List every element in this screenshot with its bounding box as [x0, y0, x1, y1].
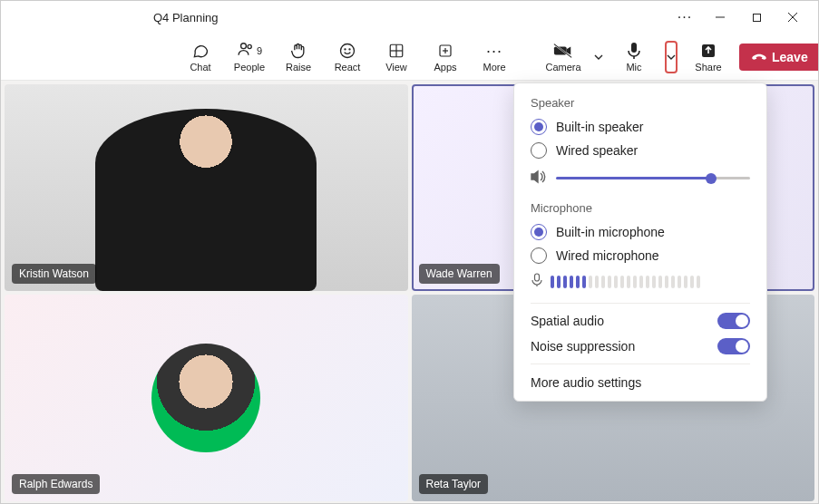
mic-level-bar [646, 276, 649, 288]
react-label: React [335, 62, 361, 73]
leave-phone-icon [752, 50, 766, 64]
spatial-audio-toggle-row: Spatial audio [531, 313, 750, 329]
raise-hand-icon [289, 41, 307, 61]
more-button[interactable]: ··· More [476, 41, 512, 73]
divider [531, 363, 750, 364]
radio-unchecked-icon [531, 247, 547, 264]
svg-rect-1 [753, 14, 760, 21]
mic-level-bar [690, 276, 694, 288]
mic-level-bar [589, 276, 592, 288]
camera-label: Camera [545, 62, 580, 73]
maximize-button[interactable] [738, 5, 775, 30]
svg-point-8 [349, 49, 350, 50]
camera-button[interactable]: Camera [545, 41, 581, 73]
apps-icon [437, 41, 453, 61]
svg-rect-20 [535, 274, 540, 281]
people-label: People [234, 62, 265, 73]
speaker-volume-icon [531, 170, 547, 187]
react-button[interactable]: React [329, 41, 366, 73]
close-button[interactable] [775, 5, 811, 30]
react-icon [338, 41, 356, 61]
mic-level-bar [684, 276, 687, 288]
minimize-button[interactable] [702, 5, 738, 30]
mic-option-builtin[interactable]: Built-in microphone [531, 224, 750, 240]
mic-level-bar [595, 276, 599, 288]
mic-level-bar [576, 276, 580, 288]
more-audio-settings-link[interactable]: More audio settings [531, 372, 750, 390]
apps-label: Apps [434, 62, 456, 73]
speaker-volume-slider[interactable] [531, 170, 750, 187]
people-icon [237, 40, 255, 62]
share-button[interactable]: Share [690, 41, 726, 73]
mic-level-bar [563, 276, 567, 288]
chat-button[interactable]: Chat [182, 41, 219, 73]
meeting-toolbar: Chat 9 People Raise React View Apps [1, 34, 818, 81]
participant-name: Reta Taylor [419, 474, 488, 494]
people-button[interactable]: 9 People [231, 41, 268, 73]
mic-button[interactable]: Mic [616, 41, 652, 73]
apps-button[interactable]: Apps [427, 41, 463, 73]
mic-section-label: Microphone [531, 201, 750, 215]
participant-tile[interactable]: Ralph Edwards [5, 295, 408, 501]
mic-level-bar [665, 276, 668, 288]
mic-option-wired[interactable]: Wired microphone [531, 247, 750, 264]
svg-point-6 [341, 44, 355, 58]
spatial-audio-label: Spatial audio [531, 314, 604, 328]
volume-track[interactable] [556, 177, 750, 179]
mic-chevron[interactable] [665, 41, 678, 73]
volume-thumb[interactable] [706, 173, 717, 184]
mic-option-label: Built-in microphone [556, 225, 665, 239]
avatar [151, 344, 260, 452]
view-icon [388, 41, 405, 61]
leave-label: Leave [772, 50, 808, 64]
titlebar: Q4 Planning ··· [1, 1, 818, 34]
chat-label: Chat [190, 62, 210, 73]
speaker-option-builtin[interactable]: Built-in speaker [531, 119, 750, 135]
mic-level-bar [697, 276, 700, 288]
speaker-section-label: Speaker [531, 96, 750, 110]
speaker-option-wired[interactable]: Wired speaker [531, 142, 750, 159]
mic-level-bar [601, 276, 605, 288]
svg-point-5 [248, 44, 251, 48]
window-title: Q4 Planning [153, 11, 219, 24]
view-button[interactable]: View [378, 41, 414, 73]
mic-level-bar [639, 276, 643, 288]
raise-hand-button[interactable]: Raise [280, 41, 317, 73]
mic-small-icon [531, 273, 543, 290]
mic-level-bar [557, 276, 561, 288]
noise-suppression-toggle[interactable] [717, 338, 750, 354]
mic-level-bar [614, 276, 618, 288]
svg-point-7 [345, 49, 346, 50]
more-icon: ··· [486, 41, 502, 61]
svg-rect-17 [631, 43, 637, 53]
speaker-option-label: Built-in speaker [556, 120, 644, 134]
share-icon [700, 41, 717, 61]
divider [531, 303, 750, 304]
mic-level-bar [582, 276, 586, 288]
radio-unchecked-icon [531, 142, 547, 159]
mic-icon [626, 41, 642, 61]
radio-checked-icon [531, 224, 547, 240]
mic-level-bar [658, 276, 662, 288]
camera-off-icon [553, 41, 573, 61]
video-placeholder [95, 109, 317, 291]
raise-hand-label: Raise [286, 62, 311, 73]
mic-level-bar [633, 276, 637, 288]
camera-chevron[interactable] [594, 53, 603, 62]
radio-checked-icon [531, 119, 547, 135]
chat-icon [191, 41, 210, 61]
mic-level-bar [627, 276, 630, 288]
mic-level-bar [551, 276, 554, 288]
participant-name: Ralph Edwards [12, 474, 100, 494]
window-more-icon[interactable]: ··· [671, 9, 698, 25]
share-label: Share [695, 62, 721, 73]
participant-tile[interactable]: Kristin Watson [5, 84, 408, 291]
leave-button[interactable]: Leave [739, 44, 819, 71]
spatial-audio-toggle[interactable] [717, 313, 750, 329]
mic-level-bar [678, 276, 681, 288]
mic-level-meter [531, 273, 750, 290]
view-label: View [385, 62, 407, 73]
noise-suppression-toggle-row: Noise suppression [531, 338, 750, 354]
svg-point-4 [241, 44, 247, 49]
mic-level-bar [652, 276, 656, 288]
